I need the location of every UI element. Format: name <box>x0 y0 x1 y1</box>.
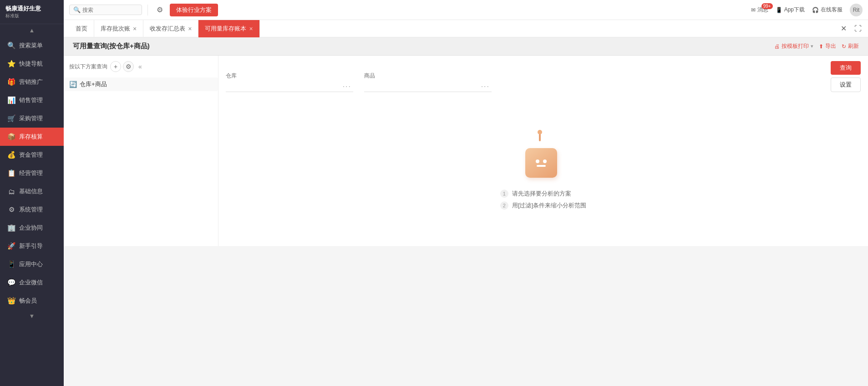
sidebar-item-label-vip: 畅会员 <box>19 297 37 305</box>
sidebar-item-finance[interactable]: 💰 资金管理 <box>0 146 64 164</box>
page-header: 可用量查询(按仓库+商品) 🖨 按模板打印 ▾ ⬆ 导出 ↻ 刷新 <box>64 37 868 56</box>
message-badge: 99+ <box>761 3 773 9</box>
finance-icon: 💰 <box>7 151 15 159</box>
sidebar-item-label-wechat: 企业微信 <box>19 278 43 287</box>
sidebar-item-quick-nav[interactable]: ⭐ 快捷导航 <box>0 55 64 73</box>
industry-solution-button[interactable]: 体验行业方案 <box>170 4 218 16</box>
empty-state: 1 请先选择要分析的方案 2 用[过滤]条件来缩小分析范围 <box>218 96 868 246</box>
online-service-label: 在线客服 <box>821 6 843 14</box>
export-button[interactable]: ⬆ 导出 <box>819 42 836 50</box>
tab-close-receipt-summary[interactable]: × <box>188 26 192 32</box>
content-area: 可用量查询(按仓库+商品) 🖨 按模板打印 ▾ ⬆ 导出 ↻ 刷新 <box>64 37 868 386</box>
page-header-actions: 🖨 按模板打印 ▾ ⬆ 导出 ↻ 刷新 <box>774 42 859 50</box>
tab-home[interactable]: 首页 <box>69 20 94 37</box>
sidebar-item-system[interactable]: ⚙ 系统管理 <box>0 201 64 219</box>
sidebar-item-label-enterprise: 企业协同 <box>19 224 43 232</box>
robot-antenna <box>539 132 541 141</box>
sidebar-item-newbie[interactable]: 🚀 新手引导 <box>0 237 64 255</box>
inventory-icon: 📦 <box>7 133 15 141</box>
filter-add-button[interactable]: + <box>110 61 121 72</box>
tab-close-batch-account[interactable]: × <box>133 26 137 32</box>
goods-input-wrapper[interactable]: ··· <box>364 82 492 92</box>
sidebar-item-app-center[interactable]: 📱 应用中心 <box>0 255 64 273</box>
sidebar-item-label-search: 搜索菜单 <box>19 41 43 50</box>
warehouse-input-wrapper[interactable]: ··· <box>226 82 353 92</box>
goods-filter-field: 商品 ··· <box>364 72 492 92</box>
query-area: 按以下方案查询 + ⚙ « 🔄 仓库+商品 <box>64 56 868 246</box>
topbar-search-input[interactable] <box>82 7 137 13</box>
system-icon: ⚙ <box>7 206 15 214</box>
main-area: 🔍 ⚙ 体验行业方案 ✉ 消息 99+ 📱 App下载 🎧 在线客服 Rit <box>64 0 868 386</box>
hint-item-2: 2 用[过滤]条件来缩小分析范围 <box>500 201 586 210</box>
topbar-messages[interactable]: ✉ 消息 99+ <box>751 6 768 14</box>
sidebar-scroll-up[interactable]: ▲ <box>0 24 64 36</box>
wechat-icon: 💬 <box>7 278 15 287</box>
sidebar-item-operations[interactable]: 📋 经营管理 <box>0 164 64 182</box>
sidebar-item-label-purchase: 采购管理 <box>19 114 43 123</box>
topbar-app-download[interactable]: 📱 App下载 <box>776 6 805 14</box>
warehouse-filter-field: 仓库 ··· <box>226 72 353 92</box>
empty-hints: 1 请先选择要分析的方案 2 用[过滤]条件来缩小分析范围 <box>500 190 586 210</box>
tab-label-receipt-summary: 收发存汇总表 <box>150 25 185 33</box>
chevron-down-icon: ▾ <box>811 43 813 49</box>
sidebar-item-label-operations: 经营管理 <box>19 169 43 177</box>
sidebar-item-basic-info[interactable]: 🗂 基础信息 <box>0 182 64 201</box>
settings-button[interactable]: 设置 <box>831 77 861 92</box>
sidebar-item-enterprise[interactable]: 🏢 企业协同 <box>0 219 64 237</box>
user-avatar[interactable]: Rit <box>850 4 863 16</box>
query-field-row: 仓库 ··· 商品 ··· <box>218 56 868 96</box>
sidebar-item-vip[interactable]: 👑 畅会员 <box>0 292 64 310</box>
sidebar-item-search[interactable]: 🔍 搜索菜单 <box>0 36 64 55</box>
filter-icons: + ⚙ <box>110 61 134 72</box>
close-tab-button[interactable]: ✕ <box>837 22 850 35</box>
sidebar-item-label-finance: 资金管理 <box>19 151 43 159</box>
sidebar-item-label-sales: 销售管理 <box>19 96 43 104</box>
template-print-button[interactable]: 🖨 按模板打印 ▾ <box>774 42 813 50</box>
tab-batch-account[interactable]: 库存批次账× <box>94 20 143 37</box>
robot-mouth <box>537 165 546 167</box>
scheme-icon: 🔄 <box>69 81 77 88</box>
headset-icon: 🎧 <box>812 7 819 13</box>
tab-available-ledger[interactable]: 可用量库存账本× <box>198 20 259 37</box>
filter-settings-button[interactable]: ⚙ <box>123 61 134 72</box>
filter-fields-area: 仓库 ··· 商品 ··· <box>218 56 868 246</box>
goods-input[interactable] <box>366 83 481 90</box>
robot-eye-right <box>543 160 547 163</box>
phone-icon: 📱 <box>776 7 782 13</box>
quick-nav-icon: ⭐ <box>7 60 15 68</box>
goods-more-icon[interactable]: ··· <box>481 82 490 91</box>
message-icon: ✉ <box>751 7 756 13</box>
topbar-search-box[interactable]: 🔍 <box>69 5 142 15</box>
topbar-online-service[interactable]: 🎧 在线客服 <box>812 6 843 14</box>
hint-num-2: 2 <box>500 201 508 210</box>
topbar-gear-button[interactable]: ⚙ <box>153 4 166 16</box>
sidebar-item-wechat[interactable]: 💬 企业微信 <box>0 273 64 292</box>
scheme-item-warehouse-goods[interactable]: 🔄 仓库+商品 <box>64 77 218 91</box>
hint-text-1: 请先选择要分析的方案 <box>512 190 571 198</box>
tab-close-available-ledger[interactable]: × <box>249 26 253 32</box>
sidebar-item-sales[interactable]: 📊 销售管理 <box>0 91 64 109</box>
vip-icon: 👑 <box>7 297 15 305</box>
maximize-tab-button[interactable]: ⛶ <box>852 22 864 35</box>
topbar: 🔍 ⚙ 体验行业方案 ✉ 消息 99+ 📱 App下载 🎧 在线客服 Rit <box>64 0 868 20</box>
tab-label-available-ledger: 可用量库存账本 <box>205 25 246 33</box>
sidebar-scroll-down[interactable]: ▼ <box>0 310 64 322</box>
sidebar: 畅康通好生意 标准版 ▲ 🔍 搜索菜单 ⭐ 快捷导航 🎁 营销推广 📊 销售管理… <box>0 0 64 386</box>
sidebar-item-label-newbie: 新手引导 <box>19 242 43 250</box>
filter-collapse-button[interactable]: « <box>137 61 144 72</box>
sidebar-item-label-quick-nav: 快捷导航 <box>19 60 43 68</box>
robot-eye-left <box>536 160 539 163</box>
sidebar-item-inventory[interactable]: 📦 库存核算 <box>0 128 64 146</box>
warehouse-input[interactable] <box>228 83 343 90</box>
robot-box <box>525 148 557 178</box>
warehouse-more-icon[interactable]: ··· <box>343 82 351 91</box>
query-button[interactable]: 查询 <box>831 61 861 75</box>
hint-item-1: 1 请先选择要分析的方案 <box>500 190 586 198</box>
sidebar-item-purchase[interactable]: 🛒 采购管理 <box>0 109 64 128</box>
sidebar-item-marketing[interactable]: 🎁 营销推广 <box>0 73 64 91</box>
tab-bar: 首页库存批次账×收发存汇总表×可用量库存账本× ✕ ⛶ <box>64 20 868 37</box>
enterprise-icon: 🏢 <box>7 224 15 232</box>
scheme-item-label: 仓库+商品 <box>80 80 107 88</box>
tab-receipt-summary[interactable]: 收发存汇总表× <box>143 20 198 37</box>
refresh-button[interactable]: ↻ 刷新 <box>842 42 859 50</box>
